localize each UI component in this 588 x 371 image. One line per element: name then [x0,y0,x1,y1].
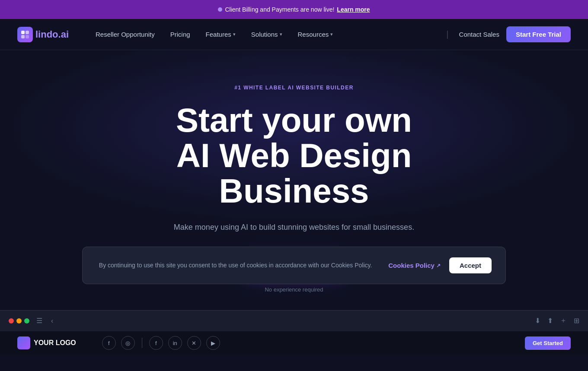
navbar: lindo.ai Reseller Opportunity Pricing Fe… [0,19,588,50]
sidebar-toggle-icon[interactable]: ☰ [35,315,44,327]
hero-note: No experience required [265,286,323,293]
social-icon-youtube[interactable]: ▶ [206,336,220,350]
svg-rect-2 [21,35,25,38]
nav-item-features[interactable]: Features ▾ [200,27,242,41]
nav-item-reseller[interactable]: Reseller Opportunity [89,27,161,41]
download-icon[interactable]: ⬇ [535,317,540,325]
contact-sales-link[interactable]: Contact Sales [459,31,499,38]
nav-links: Reseller Opportunity Pricing Features ▾ … [89,27,443,41]
svg-rect-0 [21,31,25,34]
hero-badge: #1 WHITE LABEL AI WEBSITE BUILDER [234,85,354,91]
hero-subtitle: Make money using AI to build stunning we… [174,221,414,234]
logo-icon [17,27,33,42]
nav-item-solutions[interactable]: Solutions ▾ [245,27,288,41]
logo-text: lindo.ai [35,29,69,40]
hero-section: #1 WHITE LABEL AI WEBSITE BUILDER Start … [0,50,588,310]
announcement-text: Client Billing and Payments are now live… [225,6,334,13]
social-icon-instagram[interactable]: ◎ [121,336,135,350]
browser-dot-green [24,318,29,323]
announcement-dot [218,7,222,12]
cookie-actions: Cookies Policy ↗ Accept [388,257,492,273]
footer-icon-divider [142,338,142,348]
resources-chevron-icon: ▾ [330,32,333,37]
browser-dots [9,318,29,323]
nav-item-resources[interactable]: Resources ▾ [292,27,339,41]
svg-rect-3 [26,35,29,38]
social-icon-facebook2[interactable]: f [149,336,163,350]
hero-title: Start your own AI Web Design Business [99,103,489,209]
social-icon-facebook[interactable]: f [102,336,116,350]
chevron-left-icon[interactable]: ‹ [49,315,55,327]
browser-actions: ⬇ ⬆ ＋ ⊞ [535,316,579,325]
footer-strip: YOUR LOGO f ◎ f in ✕ ▶ Get Started [0,331,588,355]
features-chevron-icon: ▾ [233,32,236,37]
solutions-chevron-icon: ▾ [280,32,282,37]
start-trial-nav-button[interactable]: Start Free Trial [506,26,571,42]
footer-cta-button[interactable]: Get Started [525,336,571,350]
cookie-policy-link[interactable]: Cookies Policy ↗ [388,262,441,269]
logo[interactable]: lindo.ai [17,27,69,42]
announcement-bar: Client Billing and Payments are now live… [0,0,588,19]
share-icon[interactable]: ⬆ [547,317,553,325]
cookie-accept-button[interactable]: Accept [449,257,492,273]
footer-logo: YOUR LOGO [17,336,76,349]
grid-icon[interactable]: ⊞ [574,317,579,325]
browser-dot-yellow [16,318,22,323]
nav-right: | Contact Sales Start Free Trial [443,26,571,42]
nav-divider: | [446,29,448,39]
footer-social-icons: f ◎ f in ✕ ▶ [102,336,220,350]
cookie-message: By continuing to use this site you conse… [96,261,374,270]
external-link-icon: ↗ [436,263,441,269]
learn-more-link[interactable]: Learn more [337,6,370,13]
social-icon-linkedin[interactable]: in [168,336,182,350]
social-icon-twitter[interactable]: ✕ [187,336,201,350]
footer-logo-text: YOUR LOGO [34,339,76,347]
browser-bar: ☰ ‹ ⬇ ⬆ ＋ ⊞ [0,310,588,331]
browser-dot-red [9,318,14,323]
cookie-banner: By continuing to use this site you conse… [82,247,506,284]
svg-rect-1 [26,31,29,34]
footer-logo-icon [17,336,30,349]
add-icon[interactable]: ＋ [560,316,567,325]
nav-item-pricing[interactable]: Pricing [164,27,196,41]
